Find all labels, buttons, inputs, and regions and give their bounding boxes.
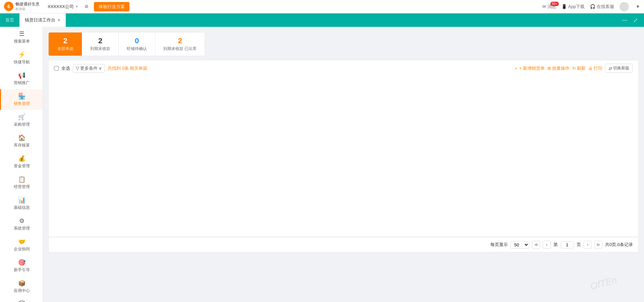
print-button[interactable]: 🖨 打印 (588, 65, 602, 71)
first-page-button[interactable]: ⊲ (532, 241, 540, 249)
stat-overdue-label: 到期未收款 (90, 46, 110, 52)
enterprise-icon: 🤝 (18, 238, 25, 245)
wechat-icon: 💬 (18, 300, 25, 302)
sidebar: ☰ 搜索菜单 ⚡ 快捷导航 📢 营销推广 🏪 销售管理 🛒 采购管理 🏠 库存核… (0, 27, 43, 302)
stat-all-num: 2 (57, 37, 74, 45)
sidebar-item-marketing[interactable]: 📢 营销推广 (0, 68, 43, 89)
app-center-icon: 📦 (18, 280, 25, 287)
filter-icon: ▽ (76, 66, 79, 71)
user-name[interactable]: ▼ (634, 4, 640, 9)
service-icon: 🎧 (590, 4, 595, 9)
user-avatar[interactable] (620, 2, 629, 11)
tabbar: 首页 钱货日清工作台 ✕ — ⤢ (0, 13, 644, 27)
sidebar-item-system[interactable]: ⚙ 系统管理 (0, 214, 43, 235)
next-page-button[interactable]: › (584, 241, 592, 249)
stat-wangpu[interactable]: 0 旺铺待确认 (119, 33, 155, 56)
guide-icon: 🎯 (18, 259, 25, 266)
toolbar-left: 全选 ▽ 更多条件 ∨ 共找到 0条 相关单据 (54, 64, 147, 73)
sidebar-item-basic-info[interactable]: 📊 基础信息 (0, 193, 43, 214)
switch-version-button[interactable]: ⇄ 切换新版 (605, 64, 633, 73)
page-number-input[interactable] (560, 241, 574, 248)
basic-info-icon: 📊 (18, 196, 25, 204)
message-badge: 99+ (550, 2, 559, 6)
switch-icon: ⇄ (609, 66, 612, 71)
pagination: 每页显示 50 20 100 200 ⊲ ‹ 第 页 › ⊳ 共0页,0条记录 (48, 237, 639, 252)
add-order-button[interactable]: ＋ + 新增销货单 (514, 65, 545, 71)
marketing-icon: 📢 (18, 72, 25, 79)
select-all-checkbox[interactable] (54, 66, 59, 71)
finance-icon: 💰 (18, 155, 25, 162)
page-label-prefix: 第 (553, 242, 558, 248)
stat-all[interactable]: 2 全部单据 (49, 33, 82, 56)
inventory-icon: 🏠 (18, 134, 25, 141)
tab-home[interactable]: 首页 (0, 13, 19, 27)
tab-minimize-button[interactable]: — (620, 15, 629, 25)
download-icon: 📱 (561, 4, 567, 9)
stat-wangpu-num: 0 (127, 37, 147, 45)
sidebar-item-search-menu[interactable]: ☰ 搜索菜单 (0, 27, 43, 48)
sidebar-item-wechat[interactable]: 💬 企业微信 (0, 297, 43, 302)
sidebar-item-enterprise[interactable]: 🤝 企业协同 (0, 235, 43, 255)
sidebar-item-app-center[interactable]: 📦 应用中心 (0, 276, 43, 297)
result-count: 0条 (122, 66, 129, 71)
toolbar-right: ＋ + 新增销货单 ⊞ 批量操作 ↻ 刷新 🖨 打印 ⇄ 切换新版 (514, 64, 633, 73)
online-service-button[interactable]: 🎧 在线客服 (590, 4, 614, 10)
stat-shipped-label: 到期未收款 已出库 (163, 46, 197, 52)
page-label-suffix: 页 (577, 242, 581, 248)
quick-nav-icon: ⚡ (18, 51, 25, 58)
system-icon: ⚙ (19, 217, 24, 225)
refresh-button[interactable]: ↻ 刷新 (572, 65, 586, 71)
search-menu-icon: ☰ (19, 30, 24, 38)
filter-button[interactable]: ▽ 更多条件 ∨ (73, 64, 105, 73)
stat-shipped[interactable]: 2 到期未收款 已出库 (155, 33, 205, 56)
sales-icon: 🏪 (18, 93, 25, 100)
tab-workbench[interactable]: 钱货日清工作台 ✕ (19, 13, 66, 27)
sidebar-item-inventory[interactable]: 🏠 库存核算 (0, 131, 43, 152)
sidebar-item-finance[interactable]: 💰 资金管理 (0, 152, 43, 172)
logo-text: 畅捷通好生意 标准版 (15, 2, 40, 11)
app-download-button[interactable]: 📱 App下载 (561, 4, 585, 10)
sidebar-item-guide[interactable]: 🎯 新手引导 (0, 255, 43, 276)
company-selector[interactable]: XXXXXX公司 ▼ (44, 4, 82, 10)
stats-row: 2 全部单据 2 到期未收款 0 旺铺待确认 2 到期未收款 已出库 (48, 32, 205, 56)
toolbar: 全选 ▽ 更多条件 ∨ 共找到 0条 相关单据 ＋ + 新增销货单 ⊞ 批量操作 (48, 60, 639, 76)
stat-all-label: 全部单据 (57, 46, 74, 52)
user-dropdown-icon: ▼ (636, 4, 640, 9)
purchase-icon: 🛒 (18, 113, 25, 121)
per-page-label: 每页显示 (490, 242, 508, 248)
main-content: 2 全部单据 2 到期未收款 0 旺铺待确认 2 到期未收款 已出库 全选 ▽ … (43, 27, 644, 302)
sidebar-item-sales[interactable]: 🏪 销售管理 (0, 89, 43, 110)
select-all-label: 全选 (61, 65, 70, 71)
tabbar-actions: — ⤢ (620, 15, 644, 25)
operations-icon: 📋 (18, 176, 25, 183)
logo-icon: 6 (4, 2, 13, 11)
stat-shipped-num: 2 (163, 37, 197, 45)
result-text: 共找到 0条 相关单据 (108, 65, 147, 71)
stat-overdue-num: 2 (90, 37, 110, 45)
settings-icon[interactable]: ⚙ (82, 2, 91, 11)
table-area (48, 76, 639, 237)
last-page-button[interactable]: ⊳ (594, 241, 602, 249)
page-summary: 共0页,0条记录 (605, 242, 633, 248)
topbar-right: ✉ 消息 99+ 📱 App下载 🎧 在线客服 ▼ (542, 2, 640, 11)
topbar: 6 畅捷通好生意 标准版 XXXXXX公司 ▼ ⚙ 体验行业方案 ✉ 消息 99… (0, 0, 644, 13)
sidebar-item-quick-nav[interactable]: ⚡ 快捷导航 (0, 48, 43, 68)
message-button[interactable]: ✉ 消息 99+ (542, 4, 556, 10)
refresh-icon: ↻ (572, 66, 576, 71)
stat-wangpu-label: 旺铺待确认 (127, 46, 147, 52)
sidebar-item-operations[interactable]: 📋 经营管理 (0, 172, 43, 193)
print-icon: 🖨 (588, 66, 593, 71)
batch-icon: ⊞ (547, 66, 551, 71)
prev-page-button[interactable]: ‹ (543, 241, 551, 249)
company-dropdown-icon: ▼ (75, 5, 78, 8)
stat-overdue[interactable]: 2 到期未收款 (82, 33, 119, 56)
trial-button[interactable]: 体验行业方案 (94, 2, 129, 11)
filter-dropdown-icon: ∨ (99, 66, 102, 71)
tab-close-icon[interactable]: ✕ (57, 18, 60, 22)
add-icon: ＋ (514, 65, 518, 71)
sidebar-item-purchase[interactable]: 🛒 采购管理 (0, 110, 43, 131)
per-page-select[interactable]: 50 20 100 200 (511, 241, 529, 249)
tab-maximize-button[interactable]: ⤢ (631, 15, 640, 25)
batch-button[interactable]: ⊞ 批量操作 (547, 65, 570, 71)
message-icon: ✉ (542, 4, 546, 9)
